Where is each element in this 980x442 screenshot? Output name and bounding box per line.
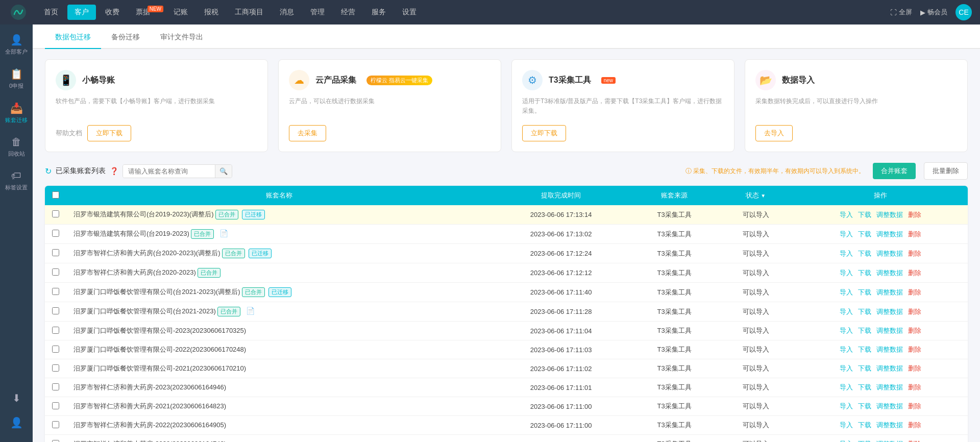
sidebar-item-user[interactable]: 👤 <box>2 411 31 434</box>
row-checkbox[interactable] <box>52 268 59 276</box>
action-导入[interactable]: 导入 <box>840 439 853 442</box>
nav-customer[interactable]: 客户 <box>67 5 96 20</box>
row-checkbox[interactable] <box>52 307 59 314</box>
row-checkbox[interactable] <box>52 288 59 295</box>
action-导入[interactable]: 导入 <box>840 249 853 258</box>
row-checkbox[interactable] <box>52 230 59 237</box>
action-删除[interactable]: 删除 <box>908 402 921 411</box>
sidebar-item-download[interactable]: ⬇ <box>2 387 31 409</box>
action-下载[interactable]: 下载 <box>858 268 871 278</box>
download-t3-btn[interactable]: 立即下载 <box>522 125 566 141</box>
row-checkbox[interactable] <box>52 421 59 428</box>
action-调整数据[interactable]: 调整数据 <box>876 421 903 430</box>
nav-operation[interactable]: 经营 <box>334 5 362 20</box>
action-下载[interactable]: 下载 <box>858 402 871 411</box>
tab-audit-export[interactable]: 审计文件导出 <box>150 27 213 49</box>
nav-home[interactable]: 首页 <box>37 5 65 20</box>
sidebar-item-zero-report[interactable]: 📋 0申报 <box>2 63 31 95</box>
row-checkbox[interactable] <box>52 440 59 443</box>
action-删除[interactable]: 删除 <box>908 210 921 219</box>
search-input[interactable] <box>123 165 215 178</box>
action-调整数据[interactable]: 调整数据 <box>876 402 903 411</box>
help-icon[interactable]: ❓ <box>110 167 118 175</box>
action-导入[interactable]: 导入 <box>840 383 853 392</box>
action-删除[interactable]: 删除 <box>908 249 921 258</box>
action-下载[interactable]: 下载 <box>858 364 871 373</box>
action-下载[interactable]: 下载 <box>858 326 871 335</box>
fullscreen-btn[interactable]: ⛶ 全屏 <box>890 8 912 17</box>
search-submit-icon[interactable]: 🔍 <box>215 165 232 178</box>
nav-message[interactable]: 消息 <box>273 5 301 20</box>
nav-tax[interactable]: 报税 <box>197 5 226 20</box>
action-调整数据[interactable]: 调整数据 <box>876 345 903 354</box>
action-导入[interactable]: 导入 <box>840 230 853 239</box>
action-下载[interactable]: 下载 <box>858 210 871 219</box>
action-导入[interactable]: 导入 <box>840 326 853 335</box>
action-调整数据[interactable]: 调整数据 <box>876 307 903 316</box>
nav-business[interactable]: 工商项目 <box>228 5 271 20</box>
go-import-btn[interactable]: 去导入 <box>755 125 793 141</box>
action-调整数据[interactable]: 调整数据 <box>876 288 903 297</box>
row-checkbox[interactable] <box>52 364 59 372</box>
action-下载[interactable]: 下载 <box>858 249 871 258</box>
tab-data-migration[interactable]: 数据包迁移 <box>45 27 101 49</box>
sidebar-item-all-clients[interactable]: 👤 全部客户 <box>2 29 31 61</box>
action-删除[interactable]: 删除 <box>908 345 921 354</box>
action-删除[interactable]: 删除 <box>908 268 921 278</box>
nav-settings[interactable]: 设置 <box>395 5 424 20</box>
action-下载[interactable]: 下载 <box>858 345 871 354</box>
sidebar-item-account-migration[interactable]: 📥 账套迁移 <box>2 97 31 129</box>
action-下载[interactable]: 下载 <box>858 307 871 316</box>
action-导入[interactable]: 导入 <box>840 210 853 219</box>
nav-invoice[interactable]: 票据 NEW <box>129 5 164 20</box>
action-下载[interactable]: 下载 <box>858 439 871 442</box>
action-调整数据[interactable]: 调整数据 <box>876 326 903 335</box>
row-checkbox[interactable] <box>52 210 59 217</box>
action-导入[interactable]: 导入 <box>840 402 853 411</box>
th-status[interactable]: 状态 <box>719 186 793 205</box>
row-checkbox[interactable] <box>52 402 59 409</box>
nav-fee[interactable]: 收费 <box>98 5 127 20</box>
member-btn[interactable]: ▶ 畅会员 <box>920 8 947 17</box>
action-导入[interactable]: 导入 <box>840 364 853 373</box>
batch-delete-btn[interactable]: 批量删除 <box>924 162 968 180</box>
action-调整数据[interactable]: 调整数据 <box>876 210 903 219</box>
action-下载[interactable]: 下载 <box>858 383 871 392</box>
row-checkbox[interactable] <box>52 383 59 390</box>
action-导入[interactable]: 导入 <box>840 288 853 297</box>
download-now-btn[interactable]: 立即下载 <box>87 125 131 141</box>
action-调整数据[interactable]: 调整数据 <box>876 230 903 239</box>
action-下载[interactable]: 下载 <box>858 230 871 239</box>
refresh-icon[interactable]: ↻ <box>45 166 52 176</box>
select-all-checkbox[interactable] <box>52 191 59 199</box>
sidebar-item-recycle[interactable]: 🗑 回收站 <box>2 131 31 163</box>
action-调整数据[interactable]: 调整数据 <box>876 268 903 278</box>
action-删除[interactable]: 删除 <box>908 288 921 297</box>
action-下载[interactable]: 下载 <box>858 288 871 297</box>
action-删除[interactable]: 删除 <box>908 364 921 373</box>
action-调整数据[interactable]: 调整数据 <box>876 249 903 258</box>
action-删除[interactable]: 删除 <box>908 421 921 430</box>
action-调整数据[interactable]: 调整数据 <box>876 439 903 442</box>
merge-account-btn[interactable]: 合并账套 <box>873 163 916 179</box>
nav-manage[interactable]: 管理 <box>303 5 332 20</box>
nav-service[interactable]: 服务 <box>364 5 393 20</box>
action-删除[interactable]: 删除 <box>908 307 921 316</box>
action-调整数据[interactable]: 调整数据 <box>876 364 903 373</box>
action-导入[interactable]: 导入 <box>840 421 853 430</box>
action-删除[interactable]: 删除 <box>908 439 921 442</box>
tab-backup-migration[interactable]: 备份迁移 <box>101 27 150 49</box>
action-删除[interactable]: 删除 <box>908 230 921 239</box>
row-checkbox[interactable] <box>52 327 59 334</box>
action-导入[interactable]: 导入 <box>840 268 853 278</box>
action-下载[interactable]: 下载 <box>858 421 871 430</box>
action-导入[interactable]: 导入 <box>840 345 853 354</box>
go-collect-btn[interactable]: 去采集 <box>289 125 326 141</box>
help-doc-link[interactable]: 帮助文档 <box>56 129 82 138</box>
action-删除[interactable]: 删除 <box>908 326 921 335</box>
action-调整数据[interactable]: 调整数据 <box>876 383 903 392</box>
row-checkbox[interactable] <box>52 249 59 256</box>
sidebar-item-tag-settings[interactable]: 🏷 标签设置 <box>2 165 31 197</box>
row-checkbox[interactable] <box>52 346 59 353</box>
nav-accounting[interactable]: 记账 <box>166 5 195 20</box>
